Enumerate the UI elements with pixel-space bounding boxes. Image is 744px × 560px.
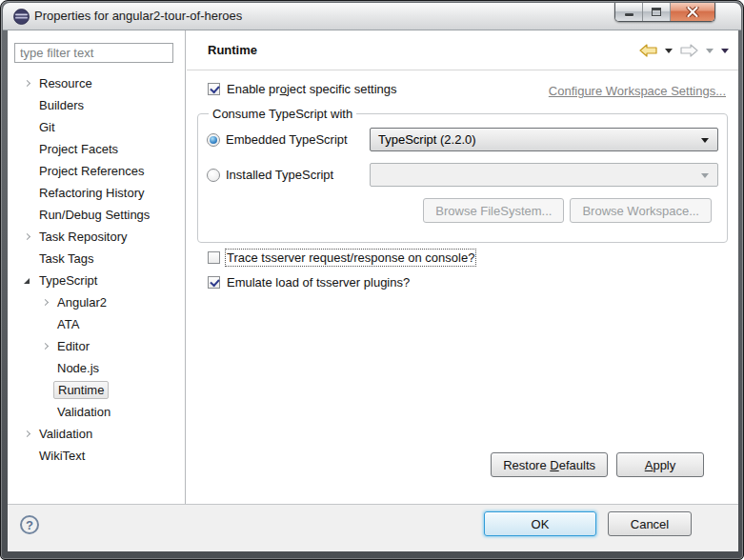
- maximize-button[interactable]: [643, 3, 671, 21]
- view-menu-button[interactable]: [719, 48, 731, 54]
- embedded-typescript-row: Embedded TypeScript TypeScript (2.2.0): [207, 128, 718, 151]
- sidebar-item-refactoring-history[interactable]: Refactoring History: [8, 182, 185, 204]
- sidebar-item-nodejs[interactable]: Node.js: [8, 357, 185, 379]
- tree-item-label: ATA: [57, 317, 79, 331]
- sidebar-item-run-debug-settings[interactable]: Run/Debug Settings: [8, 204, 185, 226]
- embedded-typescript-combo-value: TypeScript (2.2.0): [378, 132, 476, 147]
- sidebar-item-task-tags[interactable]: Task Tags: [8, 248, 185, 270]
- help-button[interactable]: ?: [20, 515, 39, 534]
- browse-filesystem-button[interactable]: Browse FileSystem...: [423, 198, 564, 223]
- back-menu-button[interactable]: [663, 48, 674, 54]
- tree-item-label: Refactoring History: [39, 186, 145, 200]
- group-title: Consume TypeScript with: [209, 107, 356, 121]
- runtime-settings-panel: Runtime Enab: [187, 30, 738, 504]
- filter-input[interactable]: [14, 43, 173, 63]
- trace-tsserver-checkbox[interactable]: [208, 251, 220, 264]
- trace-tsserver-row: Trace tsserver request/response on conso…: [208, 250, 474, 265]
- ok-button[interactable]: OK: [484, 511, 596, 536]
- sidebar-item-resource[interactable]: Resource: [8, 72, 185, 94]
- forward-menu-button[interactable]: [704, 48, 715, 54]
- forward-arrow-icon: [680, 44, 698, 57]
- dropdown-triangle-icon: [665, 49, 673, 53]
- trace-tsserver-label: Trace tsserver request/response on conso…: [227, 250, 474, 265]
- sidebar-item-validation-ts[interactable]: Validation: [8, 401, 185, 423]
- dialog-button-bar: ? OK Cancel: [8, 504, 738, 551]
- browse-buttons-row: Browse FileSystem... Browse Workspace...: [207, 198, 712, 223]
- chevron-right-icon[interactable]: [42, 343, 49, 350]
- chevron-right-icon[interactable]: [24, 430, 30, 437]
- browse-workspace-button[interactable]: Browse Workspace...: [570, 198, 712, 223]
- close-button[interactable]: [671, 3, 714, 21]
- close-icon: [686, 7, 699, 17]
- sidebar-item-typescript[interactable]: TypeScript: [8, 270, 185, 291]
- tree-item-label: Git: [39, 120, 55, 134]
- tree-item-label: TypeScript: [39, 273, 97, 288]
- sidebar-item-angular2[interactable]: Angular2: [8, 291, 185, 313]
- chevron-right-icon[interactable]: [24, 80, 30, 87]
- embedded-typescript-combo[interactable]: TypeScript (2.2.0): [370, 128, 718, 151]
- tree-item-label: Validation: [57, 405, 111, 419]
- emulate-plugins-checkbox[interactable]: [208, 276, 220, 289]
- history-toolbar: [637, 43, 731, 58]
- sidebar-item-wikitext[interactable]: WikiText: [8, 445, 185, 467]
- tree-item-label: Editor: [57, 339, 90, 353]
- sidebar-item-project-facets[interactable]: Project Facets: [8, 138, 185, 160]
- sidebar-item-validation[interactable]: Validation: [8, 423, 185, 445]
- page-title: Runtime: [208, 43, 257, 57]
- forward-button[interactable]: [678, 43, 700, 58]
- maximize-icon: [652, 8, 661, 16]
- window-title: Properties for angular2-tour-of-heroes: [34, 3, 242, 30]
- sidebar-item-git[interactable]: Git: [8, 116, 185, 138]
- configure-workspace-settings-link[interactable]: Configure Workspace Settings...: [549, 84, 726, 98]
- apply-button[interactable]: Apply: [616, 452, 704, 477]
- triangle-expanded-icon[interactable]: [24, 278, 30, 284]
- embedded-typescript-radio[interactable]: [207, 133, 220, 147]
- minimize-icon: [625, 13, 633, 16]
- sidebar-item-editor[interactable]: Editor: [8, 335, 185, 357]
- sidebar-item-ata[interactable]: ATA: [8, 313, 185, 335]
- cancel-button[interactable]: Cancel: [608, 511, 692, 536]
- tree-item-label: Resource: [39, 76, 92, 90]
- chevron-down-icon: [701, 138, 709, 143]
- tree-item-label-selected: Runtime: [53, 381, 109, 399]
- tree-item-label: Task Tags: [39, 251, 94, 266]
- sidebar-item-task-repository[interactable]: Task Repository: [8, 226, 185, 248]
- minimize-button[interactable]: [615, 3, 643, 21]
- titlebar[interactable]: Properties for angular2-tour-of-heroes: [3, 3, 741, 30]
- installed-typescript-radio[interactable]: [207, 169, 220, 182]
- restore-defaults-button[interactable]: Restore Defaults: [491, 452, 608, 477]
- emulate-plugins-label: Emulate load of tsserver plugins?: [227, 275, 410, 290]
- chevron-right-icon[interactable]: [42, 299, 49, 306]
- back-arrow-icon: [639, 44, 657, 57]
- tree-item-label: Run/Debug Settings: [39, 208, 150, 222]
- tree-item-label: Project References: [39, 164, 145, 178]
- tree-item-label: Builders: [39, 98, 84, 112]
- header-divider: [187, 70, 738, 70]
- dropdown-triangle-icon: [706, 49, 714, 53]
- consume-typescript-group: Consume TypeScript with Embedded TypeScr…: [197, 107, 728, 243]
- back-button[interactable]: [637, 43, 659, 58]
- installed-typescript-label: Installed TypeScript: [220, 168, 370, 182]
- preferences-sidebar: Resource Builders Git Project Facets Pro…: [8, 30, 186, 504]
- chevron-right-icon[interactable]: [24, 233, 30, 240]
- installed-typescript-row: Installed TypeScript: [207, 163, 718, 187]
- sidebar-item-builders[interactable]: Builders: [8, 94, 185, 116]
- tree-item-label: Validation: [39, 427, 92, 441]
- installed-typescript-combo[interactable]: [370, 163, 718, 187]
- tree-item-label: WikiText: [39, 449, 85, 463]
- tree-item-label: Angular2: [57, 295, 107, 310]
- question-mark-icon: ?: [26, 518, 33, 532]
- defaults-apply-row: Restore Defaults Apply: [491, 452, 704, 477]
- chevron-down-icon: [701, 173, 709, 178]
- enable-project-settings-checkbox[interactable]: [208, 83, 220, 95]
- sidebar-item-project-references[interactable]: Project References: [8, 160, 185, 182]
- enable-project-settings-row: Enable project specific settings: [208, 82, 397, 96]
- view-menu-triangle-icon: [721, 49, 729, 53]
- emulate-plugins-row: Emulate load of tsserver plugins?: [208, 275, 410, 290]
- tree-item-label: Task Repository: [39, 230, 127, 244]
- preferences-tree: Resource Builders Git Project Facets Pro…: [8, 72, 185, 467]
- embedded-typescript-label: Embedded TypeScript: [220, 132, 370, 147]
- sidebar-item-runtime[interactable]: Runtime: [8, 379, 185, 401]
- tree-item-label: Node.js: [57, 361, 99, 375]
- dialog-client-area: Resource Builders Git Project Facets Pro…: [8, 30, 738, 551]
